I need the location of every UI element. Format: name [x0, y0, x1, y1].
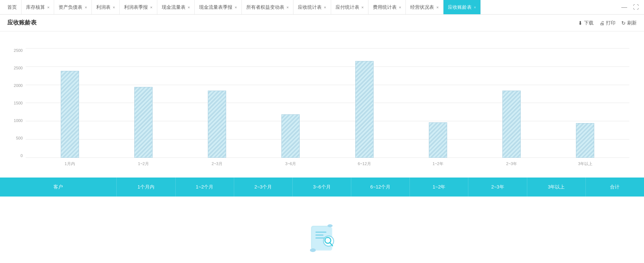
bar	[134, 87, 153, 158]
x-label: 1~2年	[425, 161, 451, 167]
svg-point-5	[310, 248, 316, 252]
svg-rect-3	[315, 235, 323, 236]
table-header-cell: 6~12个月	[351, 178, 410, 197]
table-header-cell: 3年以上	[527, 178, 586, 197]
chart-area: 2500 2500 2000 1500 1000 500 0	[0, 31, 644, 178]
table-header: 客户1个月内1~2个月2~3个月3~6个月6~12个月1~2年2~3年3年以上合…	[0, 178, 644, 197]
close-icon[interactable]: ×	[436, 5, 438, 9]
bar-group	[61, 71, 79, 158]
minimize-button[interactable]: —	[619, 2, 629, 12]
table-header-cell: 客户	[0, 178, 117, 197]
close-icon[interactable]: ×	[47, 5, 49, 9]
x-label: 2~3年	[499, 161, 524, 167]
y-label-0: 0	[20, 153, 23, 158]
maximize-button[interactable]: ⛶	[631, 2, 641, 12]
bars-row	[26, 48, 629, 158]
y-label-2500b: 2500	[14, 66, 23, 70]
page-header: 应收账龄表 ⬇ 下载 🖨 打印 ↻ 刷新	[0, 15, 644, 31]
bar	[208, 91, 226, 158]
close-icon[interactable]: ×	[235, 5, 237, 9]
y-label-2500a: 2500	[14, 48, 23, 53]
table-header-cell: 1~2年	[410, 178, 468, 197]
tab-balance-sheet[interactable]: 资产负债表 ×	[54, 0, 91, 15]
close-icon[interactable]: ×	[150, 5, 152, 9]
bar-group	[355, 61, 374, 158]
tab-inventory[interactable]: 库存核算 ×	[22, 0, 54, 15]
print-button[interactable]: 🖨 打印	[599, 20, 615, 26]
tab-home[interactable]: 首页	[3, 0, 22, 15]
bar	[429, 122, 447, 158]
svg-point-10	[326, 238, 327, 240]
refresh-button[interactable]: ↻ 刷新	[621, 20, 637, 26]
close-icon[interactable]: ×	[188, 5, 190, 9]
table-header-cell: 2~3个月	[234, 178, 293, 197]
x-label: 3年以上	[572, 161, 598, 167]
bar	[355, 61, 374, 158]
refresh-icon: ↻	[621, 20, 626, 26]
x-label: 2~3月	[204, 161, 230, 167]
close-icon[interactable]: ×	[399, 5, 401, 9]
tab-income-quarterly[interactable]: 利润表季报 ×	[120, 0, 157, 15]
chart-container: 2500 2500 2000 1500 1000 500 0	[7, 39, 629, 167]
bar-group	[208, 91, 226, 158]
tab-cashflow-quarterly[interactable]: 现金流量表季报 ×	[195, 0, 242, 15]
chart-body: 1月内1~2月2~3月3~6月6~12月1~2年2~3年3年以上	[26, 48, 629, 167]
bar	[61, 71, 79, 158]
table-header-cell: 1~2个月	[176, 178, 234, 197]
main-content: 2500 2500 2000 1500 1000 500 0	[0, 31, 644, 263]
table-header-cell: 3~6个月	[293, 178, 351, 197]
tab-expense-stats[interactable]: 费用统计表 ×	[368, 0, 406, 15]
bar	[576, 123, 594, 158]
y-label-1000: 1000	[14, 118, 23, 123]
close-icon[interactable]: ×	[85, 5, 87, 9]
tab-ap-stats[interactable]: 应付统计表 ×	[331, 0, 368, 15]
tab-ar-aging[interactable]: 应收账龄表 ×	[443, 0, 481, 15]
download-icon: ⬇	[578, 20, 583, 26]
download-button[interactable]: ⬇ 下载	[578, 20, 594, 26]
bar-group	[429, 122, 447, 158]
close-icon[interactable]: ×	[287, 5, 289, 9]
tab-cashflow[interactable]: 现金流量表 ×	[157, 0, 195, 15]
bar	[502, 91, 521, 158]
close-icon[interactable]: ×	[113, 5, 115, 9]
x-label: 3~6月	[278, 161, 303, 167]
x-labels: 1月内1~2月2~3月3~6月6~12月1~2年2~3年3年以上	[26, 160, 629, 167]
svg-rect-2	[315, 232, 326, 233]
empty-state	[0, 197, 644, 263]
x-label: 1~2月	[131, 161, 156, 167]
y-label-500: 500	[16, 136, 23, 140]
bar	[281, 114, 300, 158]
svg-point-6	[327, 224, 333, 227]
tab-bar: 首页 库存核算 × 资产负债表 × 利润表 × 利润表季报 × 现金流量表 × …	[0, 0, 644, 15]
bar-group	[502, 91, 521, 158]
x-label: 6~12月	[352, 161, 377, 167]
tab-equity[interactable]: 所有者权益变动表 ×	[242, 0, 293, 15]
tab-ar-stats[interactable]: 应收统计表 ×	[293, 0, 331, 15]
table-header-cell: 2~3年	[468, 178, 527, 197]
print-icon: 🖨	[599, 20, 604, 26]
close-icon[interactable]: ×	[324, 5, 326, 9]
tab-business-status[interactable]: 经营状况表 ×	[406, 0, 443, 15]
header-actions: ⬇ 下载 🖨 打印 ↻ 刷新	[578, 20, 637, 26]
y-label-2000: 2000	[14, 83, 23, 88]
table-header-cell: 1个月内	[117, 178, 175, 197]
y-axis: 2500 2500 2000 1500 1000 500 0	[7, 48, 26, 158]
tab-income[interactable]: 利润表 ×	[92, 0, 120, 15]
close-icon[interactable]: ×	[474, 5, 476, 9]
bar-group	[134, 87, 153, 158]
tab-bar-actions: — ⛶	[619, 2, 641, 12]
table-header-cell: 合计	[586, 178, 644, 197]
y-label-1500: 1500	[14, 101, 23, 105]
close-icon[interactable]: ×	[362, 5, 364, 9]
bar-group	[576, 123, 594, 158]
empty-illustration	[304, 218, 340, 255]
bar-group	[281, 114, 300, 158]
x-label: 1月内	[57, 161, 83, 167]
svg-rect-4	[315, 237, 325, 239]
page-title: 应收账龄表	[7, 19, 37, 27]
